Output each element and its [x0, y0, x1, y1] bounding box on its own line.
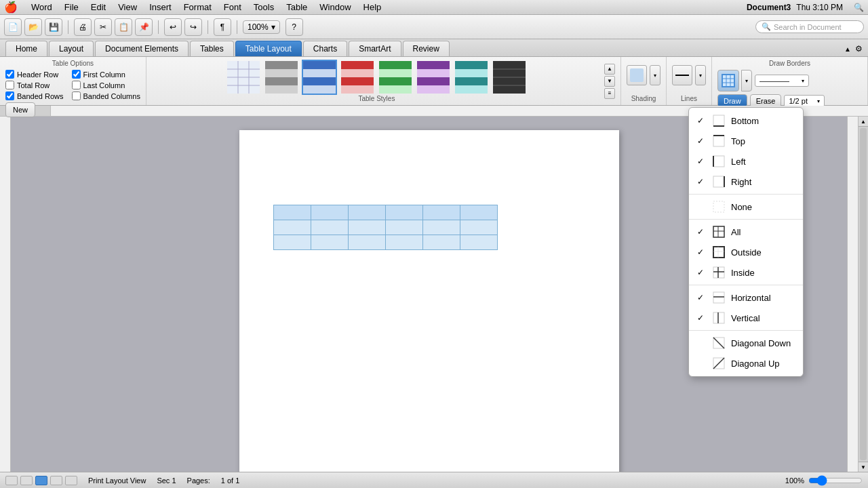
scroll-down-btn[interactable]: ▼ [859, 462, 868, 472]
border-all-item[interactable]: ✓ All [689, 222, 803, 242]
border-horizontal-item[interactable]: ✓ Horizontal [689, 287, 803, 308]
header-row-option[interactable]: Header Row [5, 70, 64, 79]
style-down-btn[interactable]: ▼ [604, 76, 615, 87]
apple-menu[interactable]: 🍎 [4, 1, 18, 14]
last-column-option[interactable]: Last Column [72, 81, 140, 89]
banded-rows-check[interactable] [5, 92, 14, 100]
table-cell[interactable] [348, 205, 385, 220]
tab-document-elements[interactable]: Document Elements [95, 41, 189, 56]
total-row-check[interactable] [5, 81, 14, 89]
zoom-dropdown-icon[interactable]: ▾ [271, 22, 275, 32]
save-btn[interactable]: 💾 [45, 18, 62, 36]
borders-dropdown-btn[interactable]: ▾ [741, 70, 752, 92]
scroll-up-btn[interactable]: ▲ [859, 117, 868, 127]
vertical-scrollbar[interactable]: ▲ ▼ [858, 117, 868, 472]
format-btn[interactable]: ¶ [214, 18, 231, 36]
menu-format[interactable]: Format [178, 1, 217, 14]
search-icon[interactable]: 🔍 [854, 3, 864, 12]
menu-insert[interactable]: Insert [144, 1, 177, 14]
table-cell[interactable] [348, 220, 385, 235]
view-mode-2[interactable] [20, 476, 33, 485]
view-mode-5[interactable] [65, 476, 77, 485]
ribbon-up-btn[interactable]: ▲ [844, 45, 851, 53]
table-cell[interactable] [273, 220, 311, 235]
table-cell[interactable] [422, 220, 460, 235]
tab-table-layout[interactable]: Table Layout [235, 41, 302, 56]
table-cell[interactable] [460, 220, 497, 235]
view-mode-1[interactable] [5, 476, 18, 485]
first-column-check[interactable] [72, 70, 81, 79]
line-style-dropdown[interactable]: ▾ [802, 78, 804, 84]
borders-icon-btn[interactable] [717, 70, 739, 92]
table-cell[interactable] [385, 220, 422, 235]
style-more-btn[interactable]: ≡ [604, 88, 615, 99]
header-row-check[interactable] [5, 70, 14, 79]
line-style-box[interactable]: ———— ▾ [755, 75, 809, 87]
tab-tables[interactable]: Tables [190, 41, 234, 56]
copy-btn[interactable]: 📋 [115, 18, 132, 36]
total-row-option[interactable]: Total Row [5, 81, 64, 89]
menu-font[interactable]: Font [218, 1, 247, 14]
paste-btn[interactable]: 📌 [135, 18, 153, 36]
style-up-btn[interactable]: ▲ [604, 64, 615, 75]
style-teal[interactable] [454, 60, 489, 95]
menu-tools[interactable]: Tools [248, 1, 279, 14]
style-red[interactable] [340, 60, 375, 95]
menu-view[interactable]: View [113, 1, 142, 14]
border-right-item[interactable]: ✓ Right [689, 171, 803, 192]
redo-btn[interactable]: ↪ [184, 18, 202, 36]
zoom-slider[interactable] [808, 475, 863, 486]
table-cell[interactable] [273, 235, 311, 250]
lines-dropdown-btn[interactable]: ▾ [695, 65, 706, 85]
scroll-thumb[interactable] [860, 128, 867, 460]
lines-color-btn[interactable] [672, 65, 692, 85]
style-dark[interactable] [492, 60, 527, 95]
banded-rows-option[interactable]: Banded Rows [5, 92, 64, 100]
tab-charts[interactable]: Charts [303, 41, 347, 56]
border-left-item[interactable]: ✓ Left [689, 151, 803, 171]
view-mode-3[interactable] [35, 476, 47, 485]
table-cell[interactable] [385, 205, 422, 220]
style-purple[interactable] [416, 60, 451, 95]
style-plain[interactable] [226, 60, 261, 95]
banded-columns-check[interactable] [72, 92, 81, 100]
style-blue-stripe[interactable] [302, 60, 337, 95]
menu-help[interactable]: Help [358, 1, 387, 14]
border-inside-item[interactable]: ✓ Inside [689, 262, 803, 283]
print-btn[interactable]: 🖨 [74, 18, 92, 36]
first-column-option[interactable]: First Column [72, 70, 140, 79]
menu-window[interactable]: Window [314, 1, 356, 14]
style-stripe-1[interactable] [264, 60, 299, 95]
ribbon-settings-btn[interactable]: ⚙ [855, 44, 863, 54]
border-outside-item[interactable]: ✓ Outside [689, 242, 803, 262]
border-bottom-item[interactable]: ✓ Bottom [689, 110, 803, 131]
last-column-check[interactable] [72, 81, 81, 89]
table-cell[interactable] [460, 235, 497, 250]
line-weight-dropdown[interactable]: ▾ [817, 98, 820, 104]
border-diagonal-up-item[interactable]: Diagonal Up [689, 353, 803, 373]
menu-edit[interactable]: Edit [85, 1, 111, 14]
table-cell[interactable] [311, 205, 348, 220]
table-cell[interactable] [422, 205, 460, 220]
border-diagonal-down-item[interactable]: Diagonal Down [689, 333, 803, 353]
tab-smartart[interactable]: SmartArt [349, 41, 401, 56]
tab-layout[interactable]: Layout [49, 41, 94, 56]
table-cell[interactable] [311, 235, 348, 250]
zoom-box[interactable]: 100% ▾ [243, 20, 280, 34]
table-cell[interactable] [422, 235, 460, 250]
search-box[interactable]: 🔍 Search in Document [755, 20, 864, 33]
undo-btn[interactable]: ↩ [164, 18, 182, 36]
border-vertical-item[interactable]: ✓ Vertical [689, 308, 803, 328]
shading-btn[interactable] [627, 65, 647, 85]
open-btn[interactable]: 📂 [24, 18, 42, 36]
table-cell[interactable] [311, 220, 348, 235]
new-style-btn[interactable]: New [5, 102, 35, 117]
cut-btn[interactable]: ✂ [94, 18, 112, 36]
table-cell[interactable] [273, 205, 311, 220]
menu-word[interactable]: Word [26, 1, 58, 14]
border-top-item[interactable]: ✓ Top [689, 131, 803, 151]
help-btn[interactable]: ? [285, 18, 303, 36]
document-table[interactable] [273, 205, 498, 250]
shading-dropdown-btn[interactable]: ▾ [650, 65, 660, 85]
menu-table[interactable]: Table [281, 1, 313, 14]
